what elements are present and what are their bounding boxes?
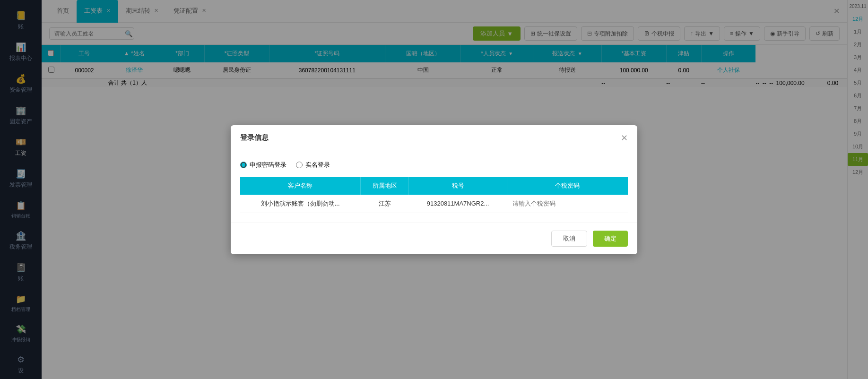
radio-realname-label: 实名登录 bbox=[305, 161, 330, 169]
client-name: 刘小艳演示账套（勿删勿动... bbox=[240, 195, 360, 213]
radio-realname-input[interactable] bbox=[296, 162, 303, 168]
radio-realname-login[interactable]: 实名登录 bbox=[296, 161, 330, 169]
inner-col-password: 个税密码 bbox=[507, 177, 628, 195]
cancel-button[interactable]: 取消 bbox=[551, 231, 587, 247]
client-table: 客户名称 所属地区 税号 个税密码 刘小艳演示账套（勿删勿动... 江苏 913… bbox=[240, 177, 628, 213]
dialog-footer: 取消 确定 bbox=[231, 223, 637, 254]
client-password-input-cell[interactable] bbox=[507, 195, 628, 213]
client-region: 江苏 bbox=[360, 195, 409, 213]
modal-overlay: 登录信息 ✕ 申报密码登录 实名登录 客户名称 所属地区 bbox=[0, 0, 868, 379]
dialog-close-button[interactable]: ✕ bbox=[621, 133, 628, 143]
radio-password-input[interactable] bbox=[240, 162, 247, 168]
confirm-button[interactable]: 确定 bbox=[593, 231, 628, 247]
login-dialog: 登录信息 ✕ 申报密码登录 实名登录 客户名称 所属地区 bbox=[231, 125, 637, 254]
inner-col-region: 所属地区 bbox=[360, 177, 409, 195]
inner-col-taxno: 税号 bbox=[409, 177, 507, 195]
inner-col-name: 客户名称 bbox=[240, 177, 360, 195]
radio-password-login[interactable]: 申报密码登录 bbox=[240, 161, 286, 169]
client-taxno: 91320811MA7NGR2... bbox=[409, 195, 507, 213]
dialog-header: 登录信息 ✕ bbox=[231, 125, 637, 151]
dialog-title: 登录信息 bbox=[240, 133, 269, 142]
dialog-body: 申报密码登录 实名登录 客户名称 所属地区 税号 个税密码 bbox=[231, 151, 637, 223]
login-type-radio-group: 申报密码登录 实名登录 bbox=[240, 161, 628, 169]
client-table-row: 刘小艳演示账套（勿删勿动... 江苏 91320811MA7NGR2... bbox=[240, 195, 628, 213]
radio-password-label: 申报密码登录 bbox=[250, 161, 286, 169]
tax-password-input[interactable] bbox=[512, 200, 622, 207]
